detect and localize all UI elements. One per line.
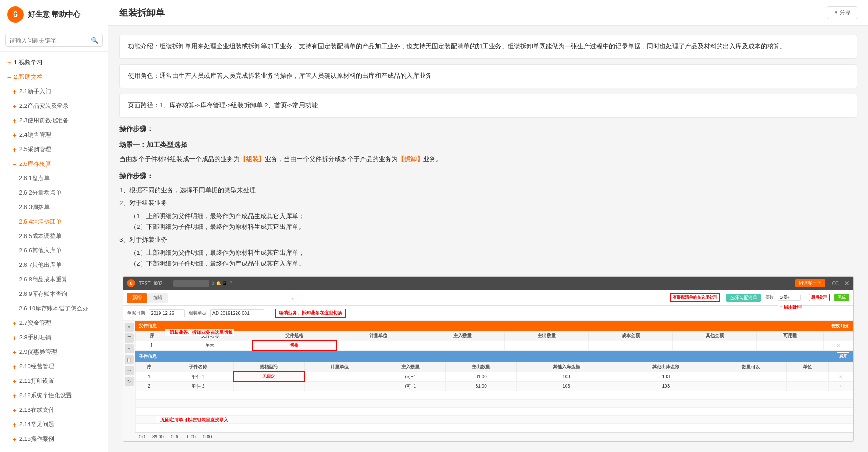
sw-lower-table: 序 子件名称 规格型号 计量单位 主入数量 主出数量 其他入库金额 其他出库金额… [135, 362, 853, 432]
expand-icon: + [13, 117, 17, 124]
expand-icon: + [13, 102, 17, 110]
table-row [136, 391, 853, 399]
expand-icon: + [13, 348, 17, 356]
page-title: 组装拆卸单 [119, 7, 165, 19]
sidebar-item-stock265[interactable]: 2.6.5成本调整单 [0, 229, 108, 243]
sidebar-item-stock262[interactable]: 2.6.2分量盘点单 [0, 186, 108, 200]
main-area: 组装拆卸单 ↗ 分享 功能介绍：组装拆卸单用来处理企业组装或拆卸等加工业务，支持… [108, 0, 868, 452]
software-screenshot: 6 TEST-H002 ⚙ 🔔 📱 ❓ 同调整一下 CC ✕ 新增 编辑 [123, 276, 854, 442]
sw-close-icon[interactable]: ✕ [844, 280, 849, 287]
sidebar-item-inventory[interactable]: − 2.6库存核算 [0, 157, 108, 171]
sw-icon-2[interactable]: ☰ [125, 333, 134, 343]
sidebar-item-sales[interactable]: + 2.4销售管理 [0, 128, 108, 142]
sw-adjust-btn[interactable]: 同调整一下 [795, 279, 825, 287]
collapse-icon: − [7, 73, 11, 81]
sw-lower-expand-btn[interactable]: 展开 [837, 352, 849, 360]
step3-2: （2）下部明细为子件明细，最终作为产成品生成其它入库单。 [119, 258, 857, 269]
sw-footer-total2: 89.00 [152, 434, 164, 439]
share-button[interactable]: ↗ 分享 [827, 6, 857, 19]
sw-td-spec[interactable]: 切换 [252, 341, 336, 350]
share-label: 分享 [840, 9, 851, 17]
nav-tree: + 1.视频学习 − 2.帮助文档 + 2.1新手入门 + 2.2产品安装及登录… [0, 52, 108, 452]
sw-ltd-del[interactable]: ✕ [828, 372, 853, 381]
sidebar-item-print[interactable]: + 2.11打印设置 [0, 374, 108, 388]
sidebar-item-mobile[interactable]: + 2.8手机旺铺 [0, 330, 108, 345]
role-text: 使用角色：通常由生产人员或库管人员完成拆装业务的操作，库管人员确认原材料的出库和… [128, 72, 432, 79]
sw-th-out-qty: 主出数量 [505, 331, 589, 341]
sw-upper-table: 序 父件名称 父件规格 计量单位 主入数量 主出数量 成本金额 其他金额 可用量 [135, 331, 853, 351]
sidebar-item-stock264[interactable]: 2.6.4组装拆卸单 [0, 214, 108, 229]
sw-topbar-input[interactable] [173, 280, 209, 287]
sw-td-del[interactable]: ✕ [824, 341, 853, 350]
sw-th-unit: 计量单位 [336, 331, 420, 341]
sidebar-item-coupon[interactable]: + 2.9优惠券管理 [0, 345, 108, 359]
sw-icon-1[interactable]: ≡ [125, 323, 134, 332]
sw-ltd-avail [716, 372, 786, 381]
sw-tab-edit[interactable]: 编辑 [148, 293, 168, 303]
sw-date-input[interactable] [149, 309, 185, 317]
sw-main-section: 父件信息 份数 1(份) 序 父件名称 父件规格 [135, 321, 853, 441]
sidebar-label: 2.6.3调拨单 [19, 203, 50, 211]
sidebar-item-purchase[interactable]: + 2.5采购管理 [0, 142, 108, 157]
sidebar-item-stock2610[interactable]: 2.6.10库存账本错了怎么办 [0, 301, 108, 316]
expand-icon: + [13, 131, 17, 139]
sidebar-label: 2.帮助文档 [14, 73, 42, 81]
intro-text: 功能介绍：组装拆卸单用来处理企业组装或拆卸等加工业务，支持有固定装配清单的产品加… [128, 43, 786, 50]
sw-left-icons: ≡ ☰ + 📋 ↩ ↻ [123, 321, 135, 441]
sidebar-item-stock267[interactable]: 2.6.7其他出库单 [0, 258, 108, 272]
sw-lower-header: 子件信息 展开 [135, 351, 853, 362]
sidebar-item-stock261[interactable]: 2.6.1盘点单 [0, 171, 108, 186]
sw-bill-input[interactable] [210, 309, 264, 317]
table-row [136, 407, 853, 415]
search-input[interactable] [9, 37, 91, 44]
sidebar-label: 2.1新手入门 [19, 87, 51, 95]
sidebar-item-videos[interactable]: + 1.视频学习 [0, 55, 108, 70]
sidebar-item-custom[interactable]: + 2.12系统个性化设置 [0, 388, 108, 403]
sw-qty-input[interactable] [778, 295, 801, 301]
sw-select-list-btn[interactable]: 选择装配清单 [726, 294, 761, 302]
sw-ltd-name2: 甲件 2 [163, 381, 233, 391]
sw-brand: TEST-H002 [139, 281, 162, 286]
sw-topbar-icons: ⚙ 🔔 📱 ❓ [211, 281, 233, 285]
sidebar-item-stock269[interactable]: 2.6.9库存账本查询 [0, 287, 108, 301]
sw-th-cost: 成本金额 [589, 331, 673, 341]
sidebar-item-stock268[interactable]: 2.6.8商品成本重算 [0, 272, 108, 287]
expand-icon: + [13, 319, 17, 327]
sidebar-item-faq[interactable]: + 2.14常见问题 [0, 417, 108, 432]
sw-ltd-in-qty2: (可+1 [375, 381, 446, 391]
sw-icon-4[interactable]: 📋 [125, 355, 134, 364]
sw-td-other [673, 341, 757, 350]
intro-box: 功能介绍：组装拆卸单用来处理企业组装或拆卸等加工业务，支持有固定装配清单的产品加… [119, 35, 857, 59]
sidebar-label: 2.6库存核算 [19, 160, 51, 168]
sw-icon-3[interactable]: + [125, 344, 134, 353]
sidebar-item-stock266[interactable]: 2.6.6其他入库单 [0, 243, 108, 258]
sidebar-item-install[interactable]: + 2.2产品安装及登录 [0, 99, 108, 113]
sidebar-item-newbie[interactable]: + 2.1新手入门 [0, 84, 108, 99]
sw-icon-5[interactable]: ↩ [125, 366, 134, 375]
sw-icon-6[interactable]: ↻ [125, 377, 134, 386]
sidebar-item-finance[interactable]: + 2.7资金管理 [0, 316, 108, 330]
scene1-title: 场景一：加工类型选择 [119, 141, 857, 149]
step2: 2、对于组装业务 [119, 198, 857, 209]
app-logo: 6 [7, 6, 24, 23]
table-row: 1 关木 切换 [136, 341, 853, 350]
sw-confirm-btn[interactable]: 完成 [834, 294, 849, 301]
sw-ltd-name: 甲件 1 [163, 372, 233, 381]
sw-upper-header: 父件信息 份数 1(份) [135, 321, 853, 331]
sw-tab-new[interactable]: 新增 [127, 293, 147, 303]
sidebar-header: 6 好生意 帮助中心 [0, 0, 108, 29]
sw-lth-name: 子件名称 [163, 362, 233, 372]
sw-td-seq: 1 [136, 341, 168, 350]
sidebar-item-stock263[interactable]: 2.6.3调拨单 [0, 200, 108, 214]
sidebar-item-data[interactable]: + 2.3使用前数据准备 [0, 113, 108, 128]
sw-td-cost [589, 341, 673, 350]
sidebar-item-docs[interactable]: − 2.帮助文档 [0, 70, 108, 84]
sidebar-label: 2.2产品安装及登录 [19, 102, 69, 110]
sidebar-item-ops[interactable]: + 2.10经营管理 [0, 359, 108, 374]
sidebar-item-online[interactable]: + 2.13在线支付 [0, 403, 108, 417]
sidebar-label: 2.6.2分量盘点单 [19, 189, 61, 197]
sidebar-item-cases[interactable]: + 2.15操作案例 [0, 432, 108, 446]
highlight-assemble: 【组装】 [240, 156, 265, 162]
sw-ltd-del2[interactable]: ✕ [828, 381, 853, 391]
sw-th-other: 其他金额 [673, 331, 757, 341]
